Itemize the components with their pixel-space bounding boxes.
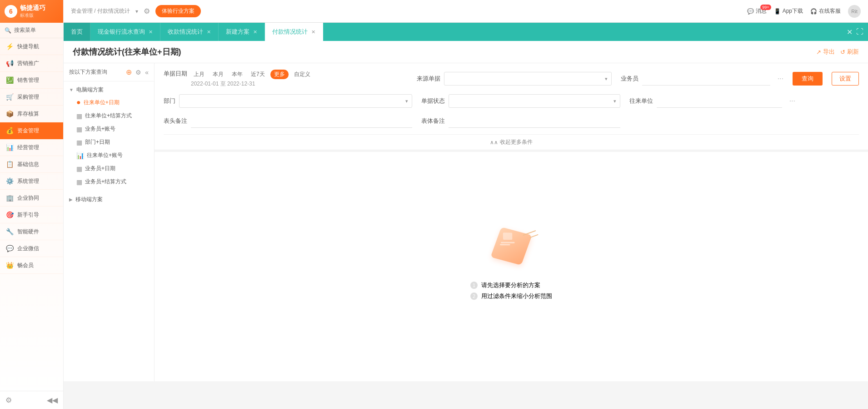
scheme-item-partner-date[interactable]: ● 往来单位+日期 [64,96,154,109]
purchase-icon: 🛒 [5,93,14,101]
avatar[interactable]: Rit [848,5,861,18]
sidebar-item-basic[interactable]: 📋 基础信息 [0,156,63,173]
scheme-item-staff-account[interactable]: ▦ 业务员+账号 [64,122,154,136]
tab-new-scheme-close-icon[interactable]: ✕ [253,29,257,35]
filter-row-2: 部门 ▾ 单据状态 ▾ [164,94,859,108]
dept-select[interactable]: ▾ [179,94,412,108]
sidebar-item-company[interactable]: 🏢 企业协同 [0,190,63,207]
sidebar-item-system[interactable]: ⚙️ 系统管理 [0,173,63,190]
header-note-input[interactable] [191,114,412,128]
logo-sub: 标准版 [20,12,45,19]
scheme-item-icon-1: ▦ [76,112,82,120]
marketing-icon: 📢 [5,59,14,67]
scheme-add-btn[interactable]: ⊕ [126,68,132,76]
refresh-btn[interactable]: ↺ 刷新 [840,48,859,56]
export-icon: ↗ [816,49,821,56]
status-select-arrow-icon: ▾ [614,98,616,104]
tab-bank-close-icon[interactable]: ✕ [149,29,153,35]
tab-bank[interactable]: 现金银行流水查询 ✕ [90,23,160,41]
set-btn[interactable]: 设置 [832,72,859,86]
scheme-item-staff-date[interactable]: ▦ 业务员+日期 [64,162,154,175]
trial-btn[interactable]: 体验行业方案 [155,5,201,17]
sales-icon: 💹 [5,76,14,84]
scheme-collapse-icon[interactable]: « [145,69,149,76]
tab-payment-close-icon[interactable]: ✕ [311,29,315,35]
tab-payment[interactable]: 付款情况统计 ✕ [265,23,323,41]
sidebar-item-quick-nav[interactable]: ⚡ 快捷导航 [0,38,63,55]
date-option-last-month[interactable]: 上月 [191,70,207,79]
sidebar-item-hardware[interactable]: 🔧 智能硬件 [0,223,63,240]
collapse-sidebar-icon[interactable]: ◀◀ [47,396,58,404]
page-content: 付款情况统计(往来单位+日期) ↗ 导出 ↺ 刷新 按以下方案查询 [64,41,868,409]
staff-input[interactable] [642,72,770,86]
sidebar-item-marketing[interactable]: 📢 营销推广 [0,55,63,72]
partner-dots[interactable]: ··· [789,97,795,105]
sidebar-item-vip[interactable]: 👑 畅会员 [0,257,63,274]
staff-label: 业务员 [621,75,639,83]
scheme-item-partner-settle[interactable]: ▦ 往来单位+结算方式 [64,109,154,122]
scheme-item-partner-account[interactable]: 📊 往来单位+账号 [64,149,154,162]
right-panel: 单据日期 上月 本月 本年 近7天 更多 自定义 20 [155,63,868,381]
sidebar-item-weixin[interactable]: 💬 企业微信 [0,240,63,257]
scheme-group-mobile-arrow-icon: ▶ [69,197,73,202]
scheme-panel: 按以下方案查询 ⊕ ⚙ « ▼ 电脑端方案 ● [64,63,155,381]
tab-receipt[interactable]: 收款情况统计 ✕ [160,23,219,41]
page-title: 付款情况统计(往来单位+日期) [73,46,181,57]
search-menu[interactable]: 🔍 搜索菜单 [0,23,63,38]
scheme-gear-icon[interactable]: ⚙ [135,69,141,76]
sidebar: 6 畅捷通巧 标准版 🔍 搜索菜单 ⚡ 快捷导航 📢 营销推广 💹 销售管理 🛒… [0,0,64,409]
query-btn[interactable]: 查询 [793,72,823,86]
body-note-input[interactable] [449,114,620,128]
tab-home[interactable]: 首页 [64,23,90,41]
source-select[interactable]: ▾ [444,72,612,86]
sidebar-item-operation[interactable]: 📊 经营管理 [0,139,63,156]
scheme-item-staff-settle[interactable]: ▦ 业务员+结算方式 [64,175,154,188]
date-option-custom[interactable]: 自定义 [291,70,313,79]
dropdown-arrow-icon[interactable]: ▾ [135,8,138,15]
voucher-date-label: 单据日期 [164,70,187,78]
partner-input[interactable] [657,94,782,108]
filter-field-staff: 业务员 ··· [621,72,783,86]
filter-field-status: 单据状态 ▾ [421,94,620,108]
sidebar-item-guide[interactable]: 🎯 新手引导 [0,207,63,223]
settings-bottom-icon[interactable]: ⚙ [5,396,12,404]
filter-row-3: 表头备注 表体备注 [164,114,859,128]
scheme-group-header-desktop[interactable]: ▼ 电脑端方案 [64,84,154,96]
sidebar-item-inventory[interactable]: 📦 库存核算 [0,106,63,122]
main-panel: 按以下方案查询 ⊕ ⚙ « ▼ 电脑端方案 ● [64,63,868,381]
collapse-more-btn[interactable]: ∧∧ 收起更多条件 [164,134,859,150]
date-range-text: 2022-01-01 至 2022-12-31 [191,80,313,88]
maximize-icon[interactable]: ⛶ [855,27,864,37]
date-option-more[interactable]: 更多 [270,70,289,79]
status-select[interactable]: ▾ [449,94,620,108]
app-download-btn[interactable]: 📱 App下载 [774,7,803,15]
filter-field-source: 来源单据 ▾ [417,72,612,86]
results-area: 1 请先选择要分析的方案 2 用过滤条件来缩小分析范围 [155,152,868,381]
page-header: 付款情况统计(往来单位+日期) ↗ 导出 ↺ 刷新 [64,41,868,63]
scheme-panel-title: 按以下方案查询 [69,68,107,76]
dept-select-arrow-icon: ▾ [405,98,408,104]
scheme-group-header-mobile[interactable]: ▶ 移动端方案 [64,194,154,205]
staff-dots[interactable]: ··· [778,75,783,83]
export-btn[interactable]: ↗ 导出 [816,48,835,56]
operation-icon: 📊 [5,143,14,151]
partner-label: 往来单位 [629,97,653,105]
tab-receipt-close-icon[interactable]: ✕ [207,29,211,35]
service-btn[interactable]: 🎧 在线客服 [810,7,841,15]
empty-state: 1 请先选择要分析的方案 2 用过滤条件来缩小分析范围 [155,212,868,321]
sidebar-item-finance[interactable]: 💰 资金管理 [0,122,63,139]
sidebar-item-sales[interactable]: 💹 销售管理 [0,72,63,89]
tabbar-actions: ✕ ⛶ [842,23,868,41]
tab-new-scheme[interactable]: 新建方案 ✕ [219,23,265,41]
page-actions: ↗ 导出 ↺ 刷新 [816,48,859,56]
date-option-this-year[interactable]: 本年 [229,70,245,79]
scheme-item-dept-date[interactable]: ▦ 部门+日期 [64,136,154,149]
close-all-tabs-icon[interactable]: ✕ [846,27,853,37]
settings-icon[interactable]: ⚙ [144,7,150,15]
sidebar-item-purchase[interactable]: 🛒 采购管理 [0,89,63,106]
quick-nav-icon: ⚡ [5,42,14,50]
message-btn[interactable]: 💬 消息 99+ [747,7,767,15]
date-option-7days[interactable]: 近7天 [248,70,268,79]
date-option-this-month[interactable]: 本月 [210,70,226,79]
finance-icon: 💰 [5,126,14,135]
